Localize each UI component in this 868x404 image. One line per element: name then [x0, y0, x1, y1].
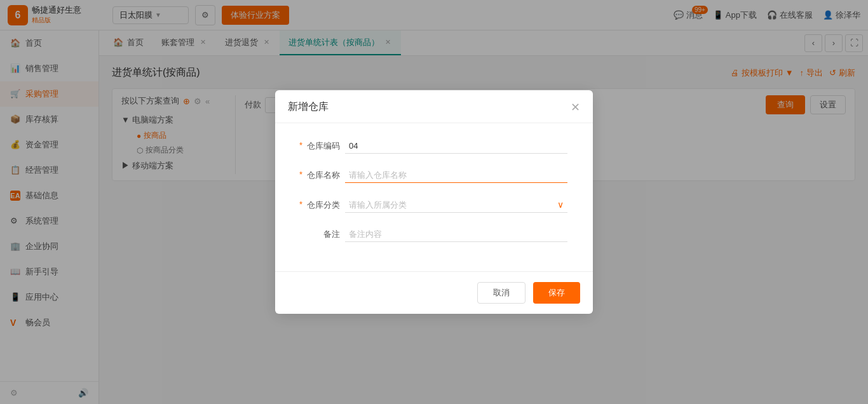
remark-input[interactable] [345, 227, 567, 242]
name-input[interactable] [345, 168, 567, 183]
cancel-button[interactable]: 取消 [477, 282, 526, 304]
form-row-remark: 备注 [301, 227, 567, 242]
remark-label: 备注 [301, 229, 345, 240]
new-warehouse-dialog: 新增仓库 ✕ 仓库编码 仓库名称 仓库分类 ∨ [275, 90, 593, 314]
category-arrow-icon: ∨ [557, 199, 564, 210]
category-select[interactable]: ∨ [345, 197, 567, 213]
category-label: 仓库分类 [301, 199, 345, 211]
form-row-category: 仓库分类 ∨ [301, 197, 567, 213]
dialog-header: 新增仓库 ✕ [275, 90, 593, 123]
form-row-code: 仓库编码 [301, 138, 567, 154]
dialog-close-icon[interactable]: ✕ [571, 102, 580, 113]
modal-overlay: 新增仓库 ✕ 仓库编码 仓库名称 仓库分类 ∨ [0, 0, 868, 404]
category-input[interactable] [349, 200, 557, 210]
dialog-title: 新增仓库 [288, 100, 329, 114]
code-label: 仓库编码 [301, 140, 345, 152]
code-input[interactable] [345, 138, 567, 154]
save-button[interactable]: 保存 [533, 282, 580, 304]
dialog-body: 仓库编码 仓库名称 仓库分类 ∨ 备注 [275, 123, 593, 271]
name-label: 仓库名称 [301, 170, 345, 181]
dialog-footer: 取消 保存 [275, 271, 593, 314]
form-row-name: 仓库名称 [301, 168, 567, 183]
